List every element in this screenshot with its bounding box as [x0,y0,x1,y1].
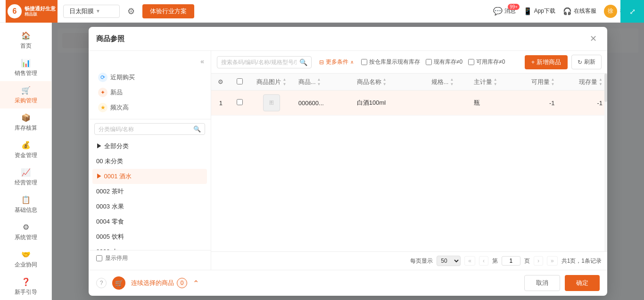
add-product-button[interactable]: + 新增商品 [525,55,568,69]
th-settings[interactable]: ⚙ [211,74,231,91]
show-disabled-section: 显示停用 [89,250,211,266]
page-input[interactable] [502,256,520,266]
sidebar-item-purchase[interactable]: 🛒 采购管理 [0,81,51,108]
quick-filter-freq[interactable]: ★ 频次高 [94,100,205,115]
sidebar-item-home[interactable]: 🏠 首页 [0,26,51,54]
main-layout: 🏠 首页 📊 销售管理 🛒 采购管理 📦 库存核算 💰 资金管理 📈 经营管理 … [0,23,644,300]
recent-icon: ⟳ [98,73,107,82]
modal-overlay: 商品参照 ✕ « ⟳ 近期购买 [52,23,644,300]
refresh-button[interactable]: ↻ 刷新 [571,55,602,69]
sidebar-item-inventory[interactable]: 📦 库存核算 [0,108,51,136]
th-check[interactable] [231,74,250,91]
table-toolbar: 🔍 ⊟ 更多条件 ∧ 按仓库显示现有库存 [211,51,607,74]
th-spec: 规格... ▲▼ [427,74,469,91]
finance-icon: 💰 [21,140,31,150]
row-image-cell: 图 [249,91,294,116]
basic-info-icon: 📋 [21,194,31,205]
product-search-box: 🔍 [217,56,312,68]
product-search-input[interactable] [221,59,297,66]
row-checkbox[interactable] [237,99,243,105]
modal-footer: ? 🛒 连续选择的商品 0 ⌃ 取消 确定 [89,270,607,296]
prev-page-btn[interactable]: ‹ [479,256,488,266]
cancel-button[interactable]: 取消 [524,275,560,291]
nonzero-avail-checkbox[interactable] [468,59,474,65]
cart-icon-btn[interactable]: 🛒 [112,276,125,290]
continuous-select-label: 连续选择的商品 0 [131,278,187,288]
logo-text: 畅捷通好生意 精品版 [25,5,56,17]
left-panel-header: « [89,55,211,70]
select-all-checkbox[interactable] [237,78,243,84]
category-item-all[interactable]: ▶ 全部分类 [92,139,207,154]
refresh-icon: ↻ [578,59,582,66]
table-row[interactable]: 1 图 [211,91,607,116]
content-area: 查询 设置 刷新 商品参照 ✕ [52,23,644,300]
search-icon: 🔍 [193,125,201,133]
quick-filter-recent[interactable]: ⟳ 近期购买 [94,70,205,85]
sidebar-item-collab[interactable]: 🤝 企业协同 [0,245,51,273]
category-item-water[interactable]: 0008 水 [92,244,207,250]
modal-title: 商品参照 [96,34,124,43]
online-service-nav-item[interactable]: 🎧 在线客服 [563,7,596,16]
modal-body: « ⟳ 近期购买 ✦ 新品 ★ [89,51,607,270]
th-code: 商品... ▲▼ [294,74,352,91]
last-page-btn[interactable]: » [547,256,558,266]
modal-close-button[interactable]: ✕ [587,33,600,45]
sidebar-item-basic-info[interactable]: 📋 基础信息 [0,191,51,218]
message-nav-item[interactable]: 💬 消息 99+ [493,7,516,16]
collab-icon: 🤝 [21,249,31,259]
sidebar: 🏠 首页 📊 销售管理 🛒 采购管理 📦 库存核算 💰 资金管理 📈 经营管理 … [0,23,52,300]
guide-icon: ❓ [21,276,31,287]
more-conditions-button[interactable]: ⊟ 更多条件 ∧ [315,56,357,68]
category-item-tea[interactable]: 0002 茶叶 [92,184,207,199]
sidebar-item-operations[interactable]: 📈 经营管理 [0,163,51,191]
nonzero-stock-checkbox[interactable] [426,59,432,65]
sidebar-item-guide[interactable]: ❓ 新手引导 [0,273,51,300]
settings-icon-btn[interactable]: ⚙ [125,4,137,18]
store-selector[interactable]: 日太阳膜 ▼ [63,5,120,18]
category-item-snack[interactable]: 0004 零食 [92,214,207,229]
first-page-btn[interactable]: « [464,256,475,266]
warehouse-stock-checkbox[interactable] [361,59,367,65]
th-stock: 现存量 ▲▼ [559,74,607,91]
app-download-nav-item[interactable]: 📱 App下载 [523,7,555,16]
table-scrollbar[interactable] [604,74,607,251]
category-search-box: 🔍 [94,123,205,135]
search-icon: 🔍 [299,58,307,66]
row-checkbox-cell[interactable] [231,91,250,116]
sidebar-item-finance[interactable]: 💰 资金管理 [0,136,51,163]
message-icon: 💬 [493,7,503,16]
category-item-uncategorized[interactable]: 00 未分类 [92,154,207,169]
category-item-drink[interactable]: 0005 饮料 [92,229,207,244]
sidebar-item-system[interactable]: ⚙ 系统管理 [0,218,51,245]
page-size-select[interactable]: 50 10 20 100 [437,256,461,266]
sidebar-item-sales[interactable]: 📊 销售管理 [0,54,51,81]
th-avail: 可用量 ▲▼ [512,74,559,91]
table-header-row: ⚙ 商品图片 ▲▼ [211,74,607,91]
row-code: 000600... [294,91,352,116]
help-icon-btn[interactable]: ? [96,278,107,288]
right-panel: 🔍 ⊟ 更多条件 ∧ 按仓库显示现有库存 [211,51,607,270]
row-avail: -1 [512,91,559,116]
nonzero-stock-filter[interactable]: 现有库存≠0 [426,58,462,66]
category-item-liquor[interactable]: ▶ 0001 酒水 [92,169,207,184]
product-reference-modal: 商品参照 ✕ « ⟳ 近期购买 [89,27,607,296]
category-search-input[interactable] [99,126,190,133]
confirm-button[interactable]: 确定 [565,275,600,291]
category-item-fruit[interactable]: 0003 水果 [92,199,207,214]
collapse-left-btn[interactable]: « [199,57,205,66]
row-name: 白酒100ml [352,91,427,116]
next-page-btn[interactable]: › [534,256,543,266]
trial-button[interactable]: 体验行业方案 [142,4,194,18]
row-stock: -1 [559,91,607,116]
quick-filter-new[interactable]: ✦ 新品 [94,85,205,100]
freq-icon: ★ [98,103,107,112]
message-badge: 99+ [508,4,519,10]
warehouse-stock-filter[interactable]: 按仓库显示现有库存 [361,58,420,66]
nonzero-avail-filter[interactable]: 可用库存≠0 [468,58,505,66]
phone-icon: 📱 [523,7,532,16]
footer-collapse-btn[interactable]: ⌃ [193,279,199,288]
show-disabled-checkbox[interactable] [96,255,102,261]
logo: 6 畅捷通好生意 精品版 [6,0,58,23]
scrollbar-thumb [604,74,607,102]
avatar: 徐 [604,5,617,18]
